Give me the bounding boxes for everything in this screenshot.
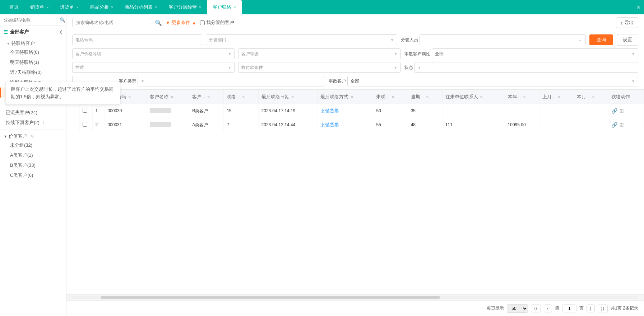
my-customer-checkbox[interactable] (200, 20, 205, 25)
filter-row-3: 性质 ▼ 收付款条件 ▼ 状态 ▼ (72, 62, 638, 73)
nav-tab-home[interactable]: 首页 (4, 0, 24, 14)
row1-type: B类客户 (189, 104, 224, 118)
tooltip-overlay: 距客户上次交易时长，超过了此客户的平均交易周期的1.5倍，则视为异常。 (66, 82, 120, 105)
next-page-button[interactable]: ⟩ (587, 305, 595, 312)
col-this-year[interactable]: 本年... ⇅ (505, 90, 539, 104)
row1-this-year (505, 104, 539, 118)
row2-select-checkbox[interactable] (83, 122, 87, 127)
sidebar-item-tomorrow-pending[interactable]: 明天待联络(1) (0, 57, 66, 67)
prev-page-button[interactable]: ⟨ (544, 305, 552, 312)
col-last-month[interactable]: 上月... ⇅ (539, 90, 574, 104)
row1-last-contact-date: 2023-04-17 14:19: (258, 104, 318, 118)
col-last-contact-date[interactable]: 最后联络日期 ⇅ (258, 90, 318, 104)
col-type[interactable]: 客户... ⇅ (189, 90, 224, 104)
pending-group-header[interactable]: ▼ 待联络客户 (0, 38, 66, 47)
first-page-button[interactable]: ⟨⟨ (531, 305, 541, 312)
sidebar-item-today-pending[interactable]: 今天待联络(0) (0, 47, 66, 57)
col-unit-contacts[interactable]: 往来单位联系人 ⇅ (442, 90, 505, 104)
row1-last-contact-method[interactable]: 下销货单 (318, 104, 373, 118)
row2-checkbox[interactable] (79, 118, 92, 132)
dept-filter[interactable]: 分管部门 ▼ (206, 34, 397, 45)
row1-link-icon[interactable]: 🔗 (611, 108, 617, 114)
row2-link-icon[interactable]: 🔗 (611, 122, 617, 128)
price-level-arrow-icon: ▼ (228, 52, 231, 56)
manager-filter[interactable]: ··· (420, 34, 586, 45)
row2-last-contact-method[interactable]: 下销货单 (318, 118, 373, 132)
payment-filter[interactable]: 收付款条件 ▼ (238, 62, 400, 73)
retail-customer-filter[interactable]: 全部 ▼ (347, 76, 638, 86)
status-arrow-icon: ▼ (418, 66, 421, 70)
collapse-sidebar-icon[interactable]: ❮ (59, 30, 62, 34)
col-this-month[interactable]: 本月... ⇅ (574, 90, 608, 104)
search-input[interactable] (72, 18, 151, 27)
price-level-filter[interactable]: 客户价格等级 ▼ (72, 48, 235, 59)
nav-tab-analysis[interactable]: 商品分析 × (84, 0, 119, 14)
sidebar-item-already-lost[interactable]: 已流失客户(24) (0, 108, 66, 118)
nav-tab-customer-contact[interactable]: 客户联络 × (207, 0, 241, 14)
nav-tab-sales[interactable]: 销货单 × (24, 0, 54, 14)
all-customers-header[interactable]: ☰ 全部客户 ❮ (0, 26, 66, 38)
sidebar-item-b-class[interactable]: B类客户(33) (0, 160, 66, 170)
my-customer-checkbox-label[interactable]: 我分管的客户 (200, 19, 234, 26)
phone-filter[interactable]: 电话号码 (72, 34, 202, 45)
sidebar-item-a-class[interactable]: A类客户(1) (0, 150, 66, 160)
row1-grid-icon[interactable]: ⊞ (620, 108, 624, 114)
horizontal-scrollbar-track[interactable] (72, 296, 638, 299)
sidebar-item-declining[interactable]: 持续下滑客户(2) ℹ (0, 118, 66, 128)
value-group-header[interactable]: ▼ 价值客户 ✎ (0, 131, 66, 140)
row1-overdue: 35 (408, 104, 442, 118)
col-contact-count[interactable]: 联络... ⇅ (224, 90, 258, 104)
sidebar-search-input[interactable] (4, 18, 57, 23)
table-area: ⚙ 客户编码 ⇅ 客户名称 ⇅ (66, 90, 644, 294)
code-sort-icon: ⇅ (128, 95, 131, 99)
row1-last-month (539, 104, 574, 118)
close-analysis-icon[interactable]: × (111, 5, 113, 9)
horizontal-scrollbar-thumb[interactable] (101, 296, 440, 299)
nav-tab-purchase[interactable]: 进货单 × (54, 0, 84, 14)
status-filter[interactable]: ▼ (414, 62, 638, 73)
more-conditions-button[interactable]: ▼ 更多条件 ▲ (166, 19, 196, 26)
row2-contact-count: 7 (224, 118, 258, 132)
manager-more-icon: ··· (579, 37, 583, 43)
gender-arrow-icon: ▼ (228, 66, 231, 70)
gender-filter[interactable]: 性质 ▼ (72, 62, 235, 73)
nav-tab-analysis-list[interactable]: 商品分析列表 × (119, 0, 163, 14)
declining-info-icon: ℹ (42, 121, 44, 125)
sidebar-item-7day-pending[interactable]: 近7天待联络(0) (0, 67, 66, 77)
retail-attr-filter[interactable]: 全部 ▼ (432, 48, 638, 59)
setting-button[interactable]: 设置 (617, 34, 638, 46)
row1-select-checkbox[interactable] (83, 108, 87, 113)
col-overdue[interactable]: 逾期... ⇅ (408, 90, 442, 104)
retail-attr-container: 零散客户属性 全部 ▼ (404, 48, 638, 59)
col-name[interactable]: 客户名称 ⇅ (147, 90, 189, 104)
row2-settings (66, 118, 79, 132)
row2-overdue: 48 (408, 118, 442, 132)
customer-type-filter[interactable]: ▼ (138, 76, 325, 86)
close-sales-icon[interactable]: × (46, 5, 48, 9)
row1-checkbox[interactable] (79, 104, 92, 118)
export-button[interactable]: ↑ 导出 (616, 17, 639, 28)
sidebar-item-ungroup[interactable]: 未分组(32) (0, 140, 66, 150)
customer-level-filter[interactable]: 客户等级 ▼ (238, 48, 400, 59)
row2-grid-icon[interactable]: ⊞ (620, 122, 624, 128)
per-page-select[interactable]: 50 10 20 100 (507, 304, 528, 313)
close-purchase-icon[interactable]: × (76, 5, 78, 9)
filter-area: 电话号码 分管部门 ▼ 分管人员 ··· 查询 设置 客户价格等级 (66, 31, 644, 90)
sidebar-divider (0, 129, 66, 129)
sidebar-item-c-class[interactable]: C类客户(6) (0, 170, 66, 180)
close-analysis-list-icon[interactable]: × (155, 5, 157, 9)
window-close-button[interactable]: × (636, 4, 640, 11)
query-button[interactable]: 查询 (589, 34, 613, 45)
close-customer-seg-icon[interactable]: × (199, 5, 201, 9)
col-last-contact-method[interactable]: 最后联络方式 ⇅ (318, 90, 373, 104)
page-number-input[interactable] (562, 305, 576, 312)
nav-tab-customer-seg[interactable]: 客户分层经营 × (163, 0, 207, 14)
search-button[interactable]: 🔍 (155, 19, 162, 26)
row2-this-year: 10995.00 (505, 118, 539, 132)
sidebar-search-icon[interactable]: 🔍 (60, 17, 65, 23)
row2-code: 000031 (105, 118, 147, 132)
close-customer-contact-icon[interactable]: × (233, 5, 236, 9)
last-page-button[interactable]: ⟩⟩ (598, 305, 608, 312)
col-not-contact[interactable]: 未联... ⇅ (373, 90, 408, 104)
value-group-edit-icon[interactable]: ✎ (30, 134, 34, 139)
